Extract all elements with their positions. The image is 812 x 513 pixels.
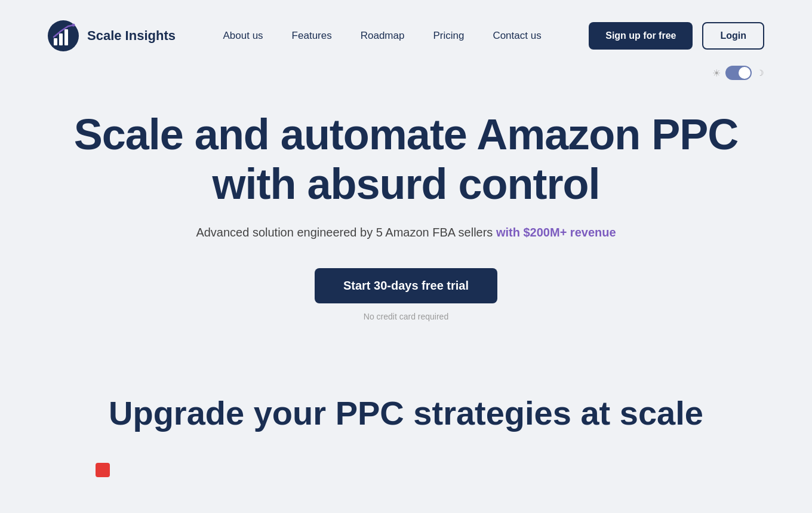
login-button[interactable]: Login [702, 22, 764, 50]
hero-title: Scale and automate Amazon PPC with absur… [48, 110, 764, 209]
signup-button[interactable]: Sign up for free [589, 22, 693, 50]
moon-icon: ☽ [756, 68, 764, 78]
theme-toggle[interactable] [725, 66, 752, 80]
logo-icon [48, 20, 79, 51]
nav-item-about[interactable]: About us [223, 30, 263, 42]
sun-icon: ☀ [712, 67, 721, 79]
svg-rect-3 [64, 29, 68, 45]
red-square-decoration [96, 463, 110, 477]
hero-subtitle-highlight: with $200M+ revenue [496, 226, 616, 239]
svg-rect-1 [54, 38, 57, 45]
nav-actions: Sign up for free Login [589, 22, 764, 50]
theme-toggle-area: ☀ ☽ [0, 66, 812, 80]
no-credit-text: No credit card required [48, 312, 764, 321]
nav-links: About us Features Roadmap Pricing Contac… [223, 30, 542, 42]
theme-toggle-knob [739, 67, 751, 79]
svg-point-4 [72, 24, 75, 27]
hero-subtitle-plain: Advanced solution engineered by 5 Amazon… [196, 226, 493, 239]
nav-link-pricing[interactable]: Pricing [433, 30, 464, 41]
trial-button[interactable]: Start 30-days free trial [315, 268, 497, 303]
hero-section: Scale and automate Amazon PPC with absur… [0, 86, 812, 357]
svg-rect-2 [59, 33, 63, 45]
upgrade-section: Upgrade your PPC strategies at scale [0, 357, 812, 492]
nav-link-contact[interactable]: Contact us [493, 30, 541, 41]
nav-item-features[interactable]: Features [292, 30, 332, 42]
hero-subtitle: Advanced solution engineered by 5 Amazon… [48, 226, 764, 239]
nav-item-pricing[interactable]: Pricing [433, 30, 464, 42]
upgrade-title: Upgrade your PPC strategies at scale [48, 393, 764, 433]
logo-text: Scale Insights [87, 28, 176, 44]
nav-link-roadmap[interactable]: Roadmap [361, 30, 405, 41]
navbar: Scale Insights About us Features Roadmap… [0, 0, 812, 72]
nav-item-roadmap[interactable]: Roadmap [361, 30, 405, 42]
logo-link[interactable]: Scale Insights [48, 20, 176, 51]
nav-link-features[interactable]: Features [292, 30, 332, 41]
hero-title-line1: Scale and automate Amazon PPC [74, 110, 739, 158]
nav-item-contact[interactable]: Contact us [493, 30, 541, 42]
nav-link-about[interactable]: About us [223, 30, 263, 41]
hero-title-line2: with absurd control [212, 160, 599, 208]
